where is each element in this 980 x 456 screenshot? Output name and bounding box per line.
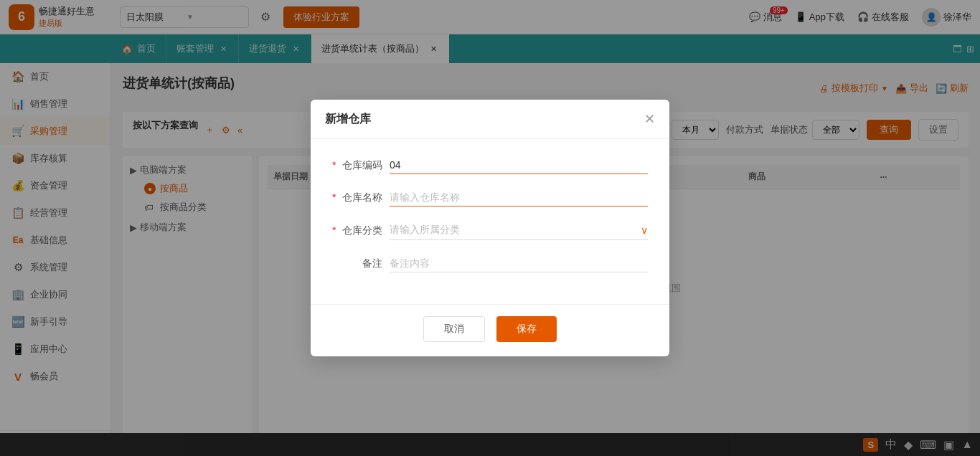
category-dropdown-icon: ∨: [641, 224, 648, 236]
modal-overlay: 新增仓库 ✕ 仓库编码 仓库名称 仓库分类: [0, 0, 980, 456]
remark-label: 备注: [332, 257, 390, 270]
modal-header: 新增仓库 ✕: [311, 100, 669, 139]
warehouse-name-field: 仓库名称: [332, 189, 648, 206]
remark-input[interactable]: [390, 255, 648, 272]
category-placeholder: 请输入所属分类: [390, 224, 460, 237]
remark-field: 备注: [332, 255, 648, 272]
warehouse-name-input[interactable]: [390, 189, 648, 206]
save-button[interactable]: 保存: [496, 316, 557, 342]
modal-body: 仓库编码 仓库名称 仓库分类 请输入所属分类 ∨: [311, 139, 669, 304]
warehouse-category-label: 仓库分类: [332, 224, 390, 237]
warehouse-category-field: 仓库分类 请输入所属分类 ∨: [332, 221, 648, 240]
modal-close-button[interactable]: ✕: [644, 111, 655, 127]
warehouse-code-input[interactable]: [390, 156, 648, 174]
warehouse-category-select[interactable]: 请输入所属分类 ∨: [390, 221, 648, 240]
warehouse-code-label: 仓库编码: [332, 159, 390, 172]
warehouse-name-label: 仓库名称: [332, 191, 390, 204]
modal-title: 新增仓库: [325, 112, 371, 127]
add-warehouse-modal: 新增仓库 ✕ 仓库编码 仓库名称 仓库分类: [311, 100, 669, 356]
warehouse-code-field: 仓库编码: [332, 156, 648, 174]
modal-footer: 取消 保存: [311, 304, 669, 356]
cancel-button[interactable]: 取消: [423, 316, 485, 342]
